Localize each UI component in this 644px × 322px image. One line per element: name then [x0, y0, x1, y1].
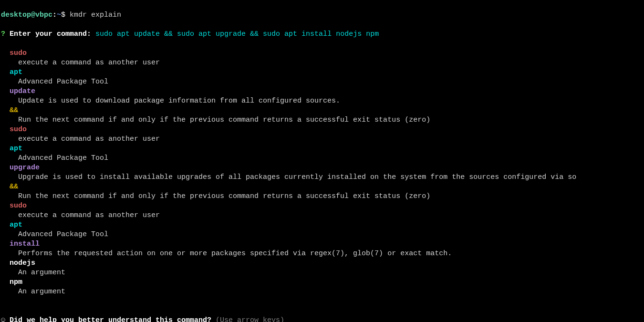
token-update: update — [10, 87, 35, 95]
prompt-path: ~ — [57, 11, 61, 19]
token-sudo: sudo — [10, 49, 27, 57]
token-name: upgrade — [1, 163, 643, 173]
token-apt: apt — [10, 221, 22, 229]
feedback-prompt-line: ☺ Did we help you better understand this… — [1, 306, 643, 322]
token-name: apt — [1, 144, 643, 154]
token-name: npm — [1, 278, 643, 287]
prompt-dollar: $ — [61, 11, 70, 19]
token-description: Advanced Package Tool — [1, 230, 643, 239]
token-name: update — [1, 87, 643, 96]
input-value: sudo apt update && sudo apt upgrade && s… — [95, 30, 379, 38]
shell-prompt-line: desktop@vbpc:~$ kmdr explain — [1, 1, 643, 20]
prompt-command: kmdr explain — [70, 11, 121, 19]
token-ampamp: && — [10, 183, 18, 191]
robot-icon: ☺ — [1, 316, 5, 322]
input-prompt-line[interactable]: ? Enter your command: sudo apt update &&… — [1, 20, 643, 39]
token-name: sudo — [1, 49, 643, 58]
token-name: apt — [1, 68, 643, 77]
token-description: execute a command as another user — [1, 135, 643, 144]
blank-line — [1, 39, 643, 49]
token-description: Update is used to download package infor… — [1, 96, 643, 106]
token-name: install — [1, 239, 643, 249]
token-description: Upgrade is used to install available upg… — [1, 173, 643, 182]
token-sudo: sudo — [10, 125, 27, 134]
token-apt: apt — [10, 68, 22, 76]
token-description: execute a command as another user — [1, 211, 643, 220]
token-description: An argument — [1, 287, 643, 297]
token-nodejs: nodejs — [10, 259, 35, 267]
question-mark-icon: ? — [1, 30, 5, 38]
explanation-block: sudoexecute a command as another userapt… — [1, 49, 643, 297]
feedback-hint: (Use arrow keys) — [216, 316, 284, 322]
token-name: nodejs — [1, 259, 643, 268]
token-description: Advanced Package Tool — [1, 77, 643, 87]
token-description: Run the next command if and only if the … — [1, 115, 643, 125]
token-description: Performs the requested action on one or … — [1, 249, 643, 259]
token-name: sudo — [1, 201, 643, 211]
input-label: Enter your command: — [5, 30, 95, 38]
prompt-userhost: desktop@vbpc — [1, 11, 52, 19]
token-name: sudo — [1, 125, 643, 135]
token-sudo: sudo — [10, 202, 27, 210]
feedback-question: Did we help you better understand this c… — [5, 316, 216, 322]
token-install: install — [10, 240, 40, 248]
token-name: && — [1, 106, 643, 115]
token-description: Run the next command if and only if the … — [1, 192, 643, 201]
token-ampamp: && — [10, 106, 18, 114]
token-name: apt — [1, 220, 643, 230]
token-description: execute a command as another user — [1, 58, 643, 68]
blank-line — [1, 297, 643, 306]
token-npm: npm — [10, 278, 22, 286]
prompt-colon: : — [52, 11, 57, 19]
token-description: An argument — [1, 268, 643, 278]
token-description: Advanced Package Tool — [1, 154, 643, 163]
token-upgrade: upgrade — [10, 164, 40, 172]
token-apt: apt — [10, 145, 22, 153]
token-name: && — [1, 182, 643, 192]
